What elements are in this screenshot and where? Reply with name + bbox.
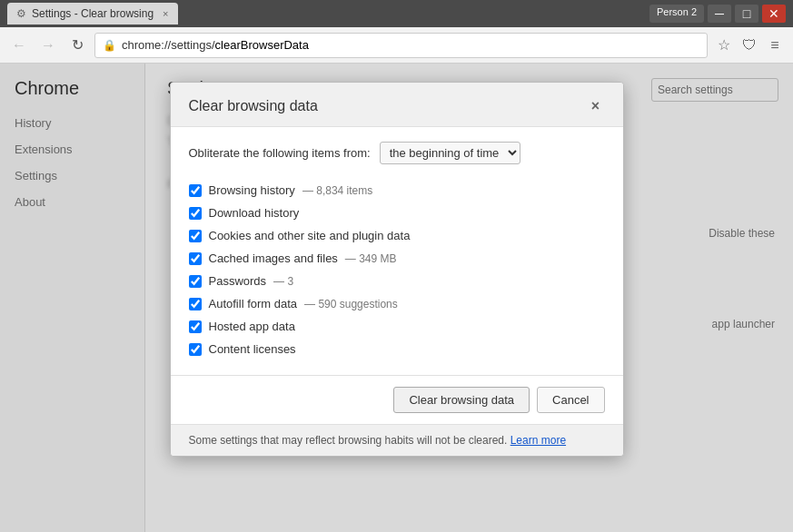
close-button[interactable]: ✕ (762, 5, 786, 23)
learn-more-link[interactable]: Learn more (510, 434, 566, 447)
checkbox-content-licenses: Content licenses (189, 338, 605, 360)
forward-button[interactable]: → (36, 34, 60, 57)
active-tab[interactable]: ⚙ Settings - Clear browsing × (7, 3, 178, 25)
clear-browsing-data-button[interactable]: Clear browsing data (393, 387, 530, 413)
restore-button[interactable]: □ (735, 5, 758, 23)
checkbox-browsing-history: Browsing history — 8,834 items (189, 179, 605, 202)
passwords-count: — 3 (273, 275, 293, 288)
dialog-header: Clear browsing data × (171, 83, 623, 127)
page-icon: 🔒 (103, 39, 116, 52)
time-range-row: Obliterate the following items from: the… (189, 142, 605, 164)
obliterate-label: Obliterate the following items from: (189, 146, 371, 160)
autofill-count: — 590 suggestions (304, 298, 398, 310)
dialog-footer-note: Some settings that may reflect browsing … (171, 424, 623, 456)
checkbox-passwords: Passwords — 3 (189, 270, 605, 292)
person-button[interactable]: Person 2 (649, 5, 704, 23)
checkbox-browsing-history-input[interactable] (189, 184, 202, 197)
tab-area: ⚙ Settings - Clear browsing × (7, 3, 644, 25)
titlebar-controls: Person 2 ─ □ ✕ (649, 5, 786, 23)
browsing-history-count: — 8,834 items (302, 184, 372, 197)
dialog-close-button[interactable]: × (587, 97, 605, 115)
checkbox-autofill-label: Autofill form data (209, 297, 298, 310)
tab-close-button[interactable]: × (163, 8, 168, 19)
refresh-button[interactable]: ↻ (65, 34, 89, 57)
checkbox-hosted-app: Hosted app data (189, 315, 605, 338)
time-range-select[interactable]: the beginning of time the past hour the … (380, 142, 520, 164)
minimize-button[interactable]: ─ (708, 5, 731, 23)
checkbox-cached-input[interactable] (189, 252, 202, 265)
menu-icon[interactable]: ≡ (764, 34, 786, 56)
url-display: chrome://settings/clearBrowserData (122, 38, 699, 52)
tab-icon: ⚙ (16, 7, 26, 20)
cancel-button[interactable]: Cancel (537, 387, 604, 413)
checkbox-download-history: Download history (189, 202, 605, 224)
checkbox-hosted-app-input[interactable] (189, 320, 202, 333)
checkbox-autofill: Autofill form data — 590 suggestions (189, 292, 605, 315)
clear-browsing-dialog: Clear browsing data × Obliterate the fol… (170, 82, 624, 457)
checkbox-cached-label: Cached images and files (209, 251, 338, 265)
address-bar[interactable]: 🔒 chrome://settings/clearBrowserData (94, 33, 708, 58)
checkbox-cookies: Cookies and other site and plugin data (189, 224, 605, 247)
dialog-body: Obliterate the following items from: the… (171, 127, 623, 375)
address-bar-actions: ☆ 🛡 ≡ (713, 34, 786, 56)
checkbox-passwords-input[interactable] (189, 275, 202, 288)
checkbox-cached: Cached images and files — 349 MB (189, 247, 605, 270)
checkbox-autofill-input[interactable] (189, 298, 202, 310)
checkbox-passwords-label: Passwords (209, 274, 267, 288)
back-button[interactable]: ← (7, 34, 31, 57)
cached-count: — 349 MB (345, 252, 397, 265)
checkbox-content-licenses-input[interactable] (189, 343, 202, 356)
navbar: ← → ↻ 🔒 chrome://settings/clearBrowserDa… (0, 27, 793, 64)
footer-note-text: Some settings that may reflect browsing … (189, 434, 508, 447)
checkbox-cookies-label: Cookies and other site and plugin data (209, 229, 411, 242)
dialog-title: Clear browsing data (189, 98, 318, 114)
star-icon[interactable]: ☆ (713, 34, 735, 56)
checkbox-download-history-input[interactable] (189, 207, 202, 220)
url-bold: clearBrowserData (215, 38, 309, 52)
url-prefix: chrome://settings/ (122, 38, 215, 52)
tab-title: Settings - Clear browsing (32, 7, 154, 20)
checkbox-content-licenses-label: Content licenses (209, 342, 296, 356)
checkbox-cookies-input[interactable] (189, 230, 202, 242)
checkbox-download-history-label: Download history (209, 206, 300, 220)
shield-icon[interactable]: 🛡 (738, 34, 760, 56)
modal-overlay: Clear browsing data × Obliterate the fol… (0, 64, 793, 532)
dialog-footer-buttons: Clear browsing data Cancel (171, 375, 623, 424)
titlebar: ⚙ Settings - Clear browsing × Person 2 ─… (0, 0, 793, 27)
checkbox-browsing-history-label: Browsing history (209, 183, 295, 197)
checkbox-hosted-app-label: Hosted app data (209, 320, 295, 333)
